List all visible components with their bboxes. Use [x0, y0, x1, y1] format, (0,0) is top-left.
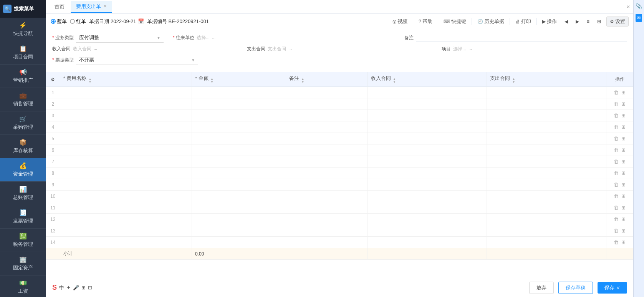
- remark-input[interactable]: [416, 34, 627, 42]
- row-amount-9[interactable]: [192, 179, 286, 191]
- project-dots[interactable]: ···: [469, 47, 472, 51]
- row-expense-name-14[interactable]: [60, 237, 192, 248]
- date-value[interactable]: 2022-09-21: [111, 18, 136, 24]
- row-remark-10[interactable]: [286, 191, 368, 202]
- row-income-contract-4[interactable]: [368, 121, 487, 133]
- row-income-contract-14[interactable]: [368, 237, 487, 248]
- copy-icon-6[interactable]: ⊞: [621, 147, 626, 153]
- btn-shortcut[interactable]: ⌨ 快捷键: [441, 17, 469, 26]
- sidebar-item-marketing[interactable]: 📢 营销推广: [0, 65, 46, 88]
- sidebar-item-procurement[interactable]: 🛒 采购管理: [0, 111, 46, 135]
- sidebar-item-inventory[interactable]: 📦 库存核算: [0, 135, 46, 158]
- row-amount-2[interactable]: [192, 98, 286, 110]
- copy-icon-8[interactable]: ⊞: [621, 170, 626, 176]
- row-expense-contract-9[interactable]: [487, 179, 606, 191]
- btn-history[interactable]: 🕘 历史单据: [475, 17, 507, 26]
- copy-icon-1[interactable]: ⊞: [621, 90, 626, 95]
- btn-video[interactable]: ◎ 视频: [390, 17, 410, 26]
- delete-icon-2[interactable]: 🗑: [614, 101, 619, 107]
- btn-action[interactable]: ▶ 操作: [540, 17, 559, 26]
- row-remark-13[interactable]: [286, 225, 368, 237]
- delete-icon-11[interactable]: 🗑: [614, 205, 619, 211]
- btn-list-view[interactable]: ≡: [584, 18, 592, 25]
- row-expense-name-3[interactable]: [60, 110, 192, 121]
- row-expense-contract-2[interactable]: [487, 98, 606, 110]
- row-expense-name-2[interactable]: [60, 98, 192, 110]
- row-remark-5[interactable]: [286, 133, 368, 144]
- tab-home[interactable]: 首页: [49, 1, 70, 13]
- row-expense-name-12[interactable]: [60, 214, 192, 225]
- row-expense-name-13[interactable]: [60, 225, 192, 237]
- income-contract-dots[interactable]: ···: [94, 47, 97, 51]
- partner-placeholder[interactable]: 选择...: [197, 35, 210, 41]
- row-remark-8[interactable]: [286, 168, 368, 179]
- row-amount-3[interactable]: [192, 110, 286, 121]
- row-expense-contract-11[interactable]: [487, 202, 606, 214]
- row-expense-contract-3[interactable]: [487, 110, 606, 121]
- row-expense-contract-6[interactable]: [487, 144, 606, 156]
- row-remark-1[interactable]: [286, 87, 368, 98]
- btn-help[interactable]: ? 帮助: [416, 17, 435, 26]
- sort-amount[interactable]: ▲▼: [210, 78, 214, 84]
- row-remark-6[interactable]: [286, 144, 368, 156]
- save-button[interactable]: 保存 ∨: [598, 282, 627, 294]
- row-expense-contract-8[interactable]: [487, 168, 606, 179]
- sidebar-item-quick-nav[interactable]: ⚡ 快捷导航: [0, 18, 46, 41]
- row-expense-contract-4[interactable]: [487, 121, 606, 133]
- row-remark-12[interactable]: [286, 214, 368, 225]
- row-remark-9[interactable]: [286, 179, 368, 191]
- copy-icon-13[interactable]: ⊞: [621, 228, 626, 234]
- row-remark-7[interactable]: [286, 156, 368, 168]
- copy-icon-14[interactable]: ⊞: [621, 239, 626, 245]
- partner-dots[interactable]: ···: [212, 36, 215, 40]
- delete-icon-6[interactable]: 🗑: [614, 147, 619, 153]
- row-expense-name-9[interactable]: [60, 179, 192, 191]
- row-expense-name-1[interactable]: [60, 87, 192, 98]
- sidebar-item-project-contract[interactable]: 📋 项目合同: [0, 41, 46, 65]
- row-expense-name-5[interactable]: [60, 133, 192, 144]
- copy-icon-2[interactable]: ⊞: [621, 101, 626, 107]
- row-amount-7[interactable]: [192, 156, 286, 168]
- row-amount-13[interactable]: [192, 225, 286, 237]
- sidebar-item-payroll[interactable]: 💵 工资: [0, 275, 46, 297]
- row-income-contract-3[interactable]: [368, 110, 487, 121]
- row-income-contract-5[interactable]: [368, 133, 487, 144]
- row-expense-contract-7[interactable]: [487, 156, 606, 168]
- delete-icon-8[interactable]: 🗑: [614, 170, 619, 176]
- delete-icon-10[interactable]: 🗑: [614, 193, 619, 199]
- row-income-contract-6[interactable]: [368, 144, 487, 156]
- row-expense-contract-14[interactable]: [487, 237, 606, 248]
- settings-button[interactable]: ⚙ 设置: [606, 17, 629, 27]
- save-draft-button[interactable]: 保存草稿: [558, 282, 593, 294]
- sidebar-item-fixed-assets[interactable]: 🏢 固定资产: [0, 252, 46, 275]
- copy-icon-7[interactable]: ⊞: [621, 159, 626, 164]
- row-income-contract-7[interactable]: [368, 156, 487, 168]
- sort-remark[interactable]: ▲▼: [301, 78, 305, 84]
- col-settings[interactable]: ⚙: [46, 72, 60, 87]
- delete-icon-14[interactable]: 🗑: [614, 239, 619, 245]
- biz-type-select[interactable]: 应付调整 ▼: [76, 33, 164, 43]
- row-expense-contract-12[interactable]: [487, 214, 606, 225]
- edge-icon-1[interactable]: 📎: [636, 3, 642, 9]
- row-amount-12[interactable]: [192, 214, 286, 225]
- row-expense-name-10[interactable]: [60, 191, 192, 202]
- delete-icon-9[interactable]: 🗑: [614, 182, 619, 187]
- delete-icon-3[interactable]: 🗑: [614, 113, 619, 118]
- row-expense-name-7[interactable]: [60, 156, 192, 168]
- row-income-contract-1[interactable]: [368, 87, 487, 98]
- row-expense-name-11[interactable]: [60, 202, 192, 214]
- row-remark-3[interactable]: [286, 110, 368, 121]
- row-amount-8[interactable]: [192, 168, 286, 179]
- row-income-contract-9[interactable]: [368, 179, 487, 191]
- sort-expense-name[interactable]: ▲▼: [89, 78, 92, 84]
- row-remark-14[interactable]: [286, 237, 368, 248]
- delete-icon-7[interactable]: 🗑: [614, 159, 619, 164]
- row-income-contract-12[interactable]: [368, 214, 487, 225]
- window-close-icon[interactable]: ✕: [626, 4, 630, 10]
- discard-button[interactable]: 放弃: [529, 282, 554, 294]
- btn-grid-view[interactable]: ⊞: [595, 18, 603, 25]
- radio-blue[interactable]: 蓝单: [51, 18, 67, 25]
- sidebar-item-invoice[interactable]: 🧾 发票管理: [0, 205, 46, 229]
- row-amount-10[interactable]: [192, 191, 286, 202]
- copy-icon-12[interactable]: ⊞: [621, 216, 626, 222]
